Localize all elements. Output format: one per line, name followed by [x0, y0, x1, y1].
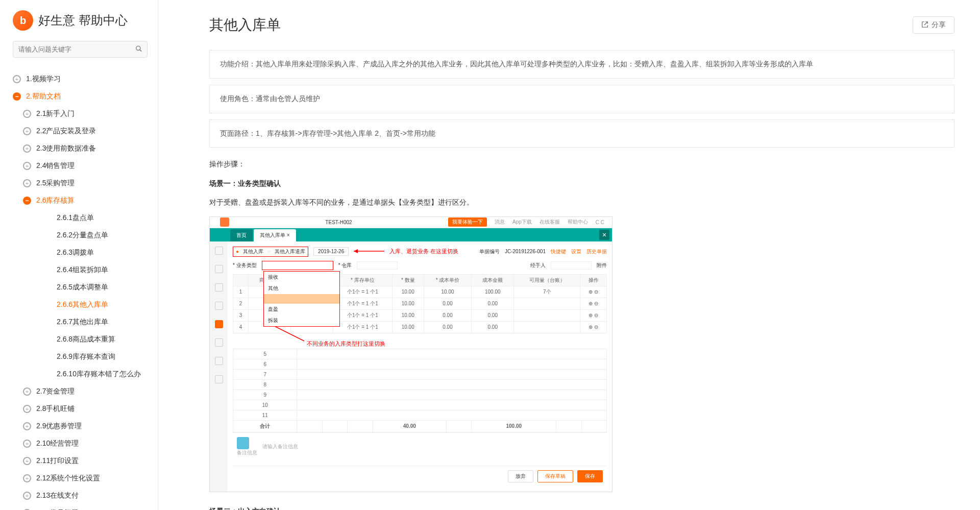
ss-remark-placeholder: 请输入备注信息: [262, 443, 298, 450]
ss-tab-home: 首页: [230, 229, 253, 241]
ss-btn-fast: 快捷键: [551, 248, 566, 255]
content-body: 操作步骤： 场景一：业务类型确认 对于受赠、盘盈或是拆装入库等不同的业务，是通过…: [209, 158, 954, 510]
ss-dd-hl: [264, 294, 339, 304]
ss-th-amount: 成本金额: [472, 274, 514, 286]
ss-sidenav: [210, 241, 228, 492]
ss-th-unit: * 库存单位: [333, 274, 393, 286]
ss-dropdown: 接收 其他 盘盈 拆装: [263, 271, 340, 327]
nav-2-6-5[interactable]: 2.6.5成本调整单: [43, 279, 148, 296]
role-text: 通常由仓管人员维护: [256, 94, 320, 103]
nav-2-6-2[interactable]: 2.6.2分量盘点单: [43, 227, 148, 244]
ss-dd-3: 盘盈: [264, 304, 339, 315]
ss-body: ●其他入库 ○其他入库退库 2019-12-26 入库、退货业务 在这里切换 单…: [210, 241, 612, 492]
nav-sub: +2.1新手入门 +2.2产品安装及登录 +2.3使用前数据准备 +2.4销售管…: [13, 105, 148, 510]
plus-icon: +: [23, 110, 31, 118]
nav-2-6[interactable]: −2.6库存核算: [23, 192, 148, 209]
ss-btn-setting: 设置: [571, 248, 581, 255]
logo-icon: b: [13, 10, 33, 31]
nav-2-6-3[interactable]: 2.6.3调拨单: [43, 244, 148, 261]
nav-2-6-4[interactable]: 2.6.4组装拆卸单: [43, 261, 148, 279]
path-box: 页面路径：1、库存核算->库存管理->其他入库单 2、首页->常用功能: [209, 119, 954, 148]
ss-dd-4: 拆装: [264, 315, 339, 326]
ss-warehouse-label: * 仓库: [338, 262, 352, 269]
nav-2-6-6[interactable]: 2.6.6其他入库单: [43, 296, 148, 313]
ss-docno-label: 单据编号: [479, 248, 500, 255]
ss-close-icon: ×: [599, 230, 609, 240]
logo-area: b 好生意 帮助中心: [13, 10, 148, 31]
search-box: [13, 41, 148, 58]
nav-2-3[interactable]: +2.3使用前数据准备: [23, 140, 148, 157]
ss-anno-row: 不同业务的入库类型打这里切换: [233, 336, 607, 349]
ss-nav-icon: [215, 247, 223, 255]
ss-th-price: * 成本单价: [424, 274, 471, 286]
ss-btn-save: 保存: [577, 470, 603, 482]
page-title: 其他入库单: [209, 15, 281, 35]
plus-icon: +: [23, 144, 31, 153]
ss-table-empty: 5 6 7 8 9 10 11 合计40.00100.00: [233, 349, 607, 432]
ss-topbar: TEST-H002 我要体验一下 消息 App下载 在线客服 帮助中心 C C: [210, 217, 612, 228]
nav-2-11[interactable]: +2.11打印设置: [23, 452, 148, 470]
ss-row-type: ●其他入库 ○其他入库退库 2019-12-26 入库、退货业务 在这里切换 单…: [233, 247, 607, 257]
nav-2-14[interactable]: +2.14常见问题: [23, 504, 148, 510]
nav-help-docs[interactable]: −2.帮助文档: [13, 88, 148, 105]
ss-redbox-radio: ●其他入库 ○其他入库退库: [233, 247, 308, 257]
nav-2-13[interactable]: +2.13在线支付: [23, 487, 148, 504]
nav-2-9[interactable]: +2.9优惠券管理: [23, 418, 148, 435]
nav-2-6-10[interactable]: 2.6.10库存账本错了怎么办: [43, 366, 148, 383]
share-button[interactable]: 分享: [913, 16, 954, 34]
nav-2-1[interactable]: +2.1新手入门: [23, 105, 148, 123]
ss-th-qty: * 数量: [392, 274, 424, 286]
nav-2-12[interactable]: +2.12系统个性化设置: [23, 470, 148, 487]
nav-2-4[interactable]: +2.4销售管理: [23, 157, 148, 175]
nav-video[interactable]: +1.视频学习: [13, 70, 148, 88]
ss-tabs: 首页 其他入库单 × ×: [210, 228, 612, 241]
ss-logo-icon: [220, 217, 229, 227]
nav-2-5[interactable]: +2.5采购管理: [23, 175, 148, 192]
nav-2-6-8[interactable]: 2.6.8商品成本重算: [43, 331, 148, 348]
share-icon: [921, 21, 928, 30]
ss-remark: 备注信息 请输入备注信息: [233, 432, 607, 460]
nav-2-6-7[interactable]: 2.6.7其他出库单: [43, 313, 148, 331]
arrow-icon: [354, 248, 384, 255]
intro-label: 功能介绍：: [220, 60, 256, 68]
path-label: 页面路径：: [220, 129, 256, 137]
ss-row-fields: * 业务类型 * 仓库 经手人 附件 接收 其他: [233, 261, 607, 270]
svg-point-0: [136, 46, 140, 50]
role-box: 使用角色：通常由仓管人员维护: [209, 85, 954, 113]
intro-box: 功能介绍：其他入库单用来处理除采购入库、产成品入库之外的其他入库业务，因此其他入…: [209, 50, 954, 79]
ss-btn-discard: 放弃: [508, 470, 533, 482]
nav-2-2[interactable]: +2.2产品安装及登录: [23, 123, 148, 140]
ss-th-avail: 可用量（台账）: [514, 274, 580, 286]
ss-nav-icon: [215, 375, 223, 383]
ss-menu-app: App下载: [512, 218, 532, 226]
scene1-text: 对于受赠、盘盈或是拆装入库等不同的业务，是通过单据头【业务类型】进行区分。: [209, 196, 954, 209]
nav-2-8[interactable]: +2.8手机旺铺: [23, 400, 148, 418]
plus-icon: +: [23, 127, 31, 135]
sidebar: b 好生意 帮助中心 +1.视频学习 −2.帮助文档 +2.1新手入门 +2.2…: [0, 0, 158, 510]
scene2-title: 场景二：出入方向确认: [209, 505, 954, 510]
ss-type-label: * 业务类型: [233, 262, 257, 269]
nav-2-10[interactable]: +2.10经营管理: [23, 435, 148, 452]
ss-orange-btn: 我要体验一下: [448, 217, 487, 227]
nav-sub-sub: 2.6.1盘点单 2.6.2分量盘点单 2.6.3调拨单 2.6.4组装拆卸单 …: [23, 209, 148, 383]
nav-2-6-9[interactable]: 2.6.9库存账本查询: [43, 348, 148, 366]
ss-th-op: 操作: [580, 274, 607, 286]
plus-icon: +: [23, 440, 31, 448]
ss-date: 2019-12-26: [313, 247, 349, 256]
svg-marker-3: [354, 249, 358, 253]
ss-content: ●其他入库 ○其他入库退库 2019-12-26 入库、退货业务 在这里切换 单…: [228, 241, 612, 492]
ss-btn-draft: 保存草稿: [537, 470, 573, 482]
ss-menu-service: 在线客服: [540, 218, 560, 226]
ss-menu-msg: 消息: [495, 218, 505, 226]
intro-text: 其他入库单用来处理除采购入库、产成品入库之外的其他入库业务，因此其他入库单可处理…: [256, 60, 813, 68]
plus-icon: +: [13, 75, 21, 83]
search-input[interactable]: [13, 41, 148, 58]
plus-icon: +: [23, 387, 31, 396]
search-icon[interactable]: [135, 45, 142, 54]
ss-menu-user: C C: [596, 220, 604, 225]
ss-dd-1: 接收: [264, 272, 339, 283]
nav-2-6-1[interactable]: 2.6.1盘点单: [43, 209, 148, 227]
ss-anno2: 不同业务的入库类型打这里切换: [307, 340, 385, 348]
nav-2-7[interactable]: +2.7资金管理: [23, 383, 148, 400]
nav-tree: +1.视频学习 −2.帮助文档 +2.1新手入门 +2.2产品安装及登录 +2.…: [13, 70, 148, 510]
